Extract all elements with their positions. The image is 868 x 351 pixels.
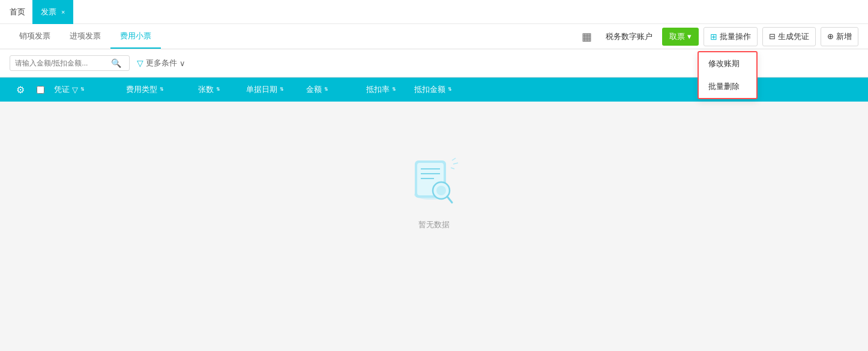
tax-account-label: 税务数字账户 — [606, 31, 653, 42]
batch-ops-label: 批量操作 — [720, 31, 751, 42]
top-nav: 首页 发票 × — [0, 0, 868, 24]
batch-ops-icon: ⊞ — [710, 32, 717, 41]
add-button[interactable]: ⊕ 新增 — [821, 27, 858, 46]
sub-tabs-left: 销项发票 进项发票 费用小票 — [10, 24, 161, 49]
table-select-all-checkbox[interactable] — [31, 86, 49, 94]
col-amount-sort-icon: ⇅ — [324, 87, 328, 92]
svg-point-7 — [436, 186, 446, 195]
col-deduct-label: 抵扣金额 — [414, 84, 445, 95]
filter-funnel-icon: ▽ — [137, 58, 143, 68]
gen-voucher-icon: ⊟ — [769, 32, 776, 41]
batch-ops-wrap: ⊞ 批量操作 修改账期 批量删除 — [704, 27, 758, 46]
take-invoice-label: 取票 — [669, 31, 685, 42]
svg-line-10 — [453, 163, 458, 164]
col-deduct[interactable]: 抵扣金额 ⇅ — [409, 84, 469, 95]
svg-line-11 — [451, 168, 454, 169]
sub-tabs-right: ▦ 税务数字账户 取票 ▾ ⊞ 批量操作 修改账期 批量删除 ⊟ 生成凭证 ⊕ … — [577, 27, 858, 46]
empty-state-label: 暂无数据 — [418, 219, 450, 230]
col-rate[interactable]: 抵扣率 ⇅ — [361, 84, 409, 95]
col-date-sort-icon: ⇅ — [280, 87, 284, 92]
col-count-label: 张数 — [198, 84, 214, 95]
col-voucher-sort-icon: ⇅ — [80, 87, 85, 92]
take-invoice-chevron: ▾ — [687, 32, 692, 41]
qr-icon: ▦ — [582, 30, 592, 43]
dropdown-item-modify-period[interactable]: 修改账期 — [699, 52, 756, 75]
search-input-wrap[interactable]: 🔍 — [10, 55, 130, 71]
col-voucher-filter-icon: ▽ — [72, 85, 78, 94]
more-filter-label: 更多条件 — [146, 58, 177, 69]
search-icon[interactable]: 🔍 — [111, 58, 121, 68]
table-settings-icon[interactable]: ⚙ — [10, 84, 31, 96]
gen-voucher-button[interactable]: ⊟ 生成凭证 — [762, 27, 816, 46]
svg-line-8 — [447, 197, 452, 203]
sub-tabs-bar: 销项发票 进项发票 费用小票 ▦ 税务数字账户 取票 ▾ ⊞ 批量操作 修改账期 — [0, 24, 868, 49]
col-amount-label: 金额 — [306, 84, 322, 95]
more-filter-button[interactable]: ▽ 更多条件 ∨ — [137, 58, 185, 69]
gear-icon: ⚙ — [16, 84, 25, 96]
nav-tab-label: 发票 — [41, 7, 56, 17]
col-date[interactable]: 单据日期 ⇅ — [241, 84, 301, 95]
add-icon: ⊕ — [827, 32, 834, 41]
col-amount[interactable]: 金额 ⇅ — [301, 84, 361, 95]
batch-ops-button[interactable]: ⊞ 批量操作 — [704, 27, 758, 46]
nav-tab-close[interactable]: × — [61, 8, 65, 16]
dropdown-item-batch-delete[interactable]: 批量删除 — [699, 75, 756, 98]
gen-voucher-label: 生成凭证 — [778, 31, 809, 42]
nav-tab-invoice[interactable]: 发票 × — [32, 0, 73, 24]
tab-purchase-invoice[interactable]: 进项发票 — [60, 24, 110, 49]
col-type-sort-icon: ⇅ — [160, 87, 164, 92]
more-filter-chevron: ∨ — [179, 59, 185, 68]
col-type[interactable]: 费用类型 ⇅ — [121, 84, 193, 95]
col-deduct-sort-icon: ⇅ — [448, 87, 452, 92]
nav-home[interactable]: 首页 — [10, 7, 32, 17]
take-invoice-button[interactable]: 取票 ▾ — [662, 28, 699, 46]
svg-line-9 — [452, 158, 456, 160]
empty-state: 暂无数据 — [0, 102, 868, 254]
qr-code-icon-btn[interactable]: ▦ — [577, 27, 596, 46]
tab-expense-ticket[interactable]: 费用小票 — [110, 24, 161, 49]
search-input[interactable] — [15, 59, 111, 67]
add-label: 新增 — [836, 31, 852, 42]
col-voucher[interactable]: 凭证 ▽ ⇅ — [49, 84, 121, 95]
col-count[interactable]: 张数 ⇅ — [193, 84, 241, 95]
col-rate-sort-icon: ⇅ — [392, 87, 396, 92]
empty-state-illustration — [398, 150, 470, 210]
col-rate-label: 抵扣率 — [366, 84, 390, 95]
tax-account-button[interactable]: 税务数字账户 — [601, 31, 657, 42]
col-date-label: 单据日期 — [246, 84, 277, 95]
col-count-sort-icon: ⇅ — [216, 87, 220, 92]
col-voucher-label: 凭证 — [54, 84, 70, 95]
col-type-label: 费用类型 — [126, 84, 157, 95]
tab-sales-invoice[interactable]: 销项发票 — [10, 24, 60, 49]
batch-ops-dropdown: 修改账期 批量删除 — [698, 51, 758, 99]
select-all-input[interactable] — [37, 86, 44, 94]
